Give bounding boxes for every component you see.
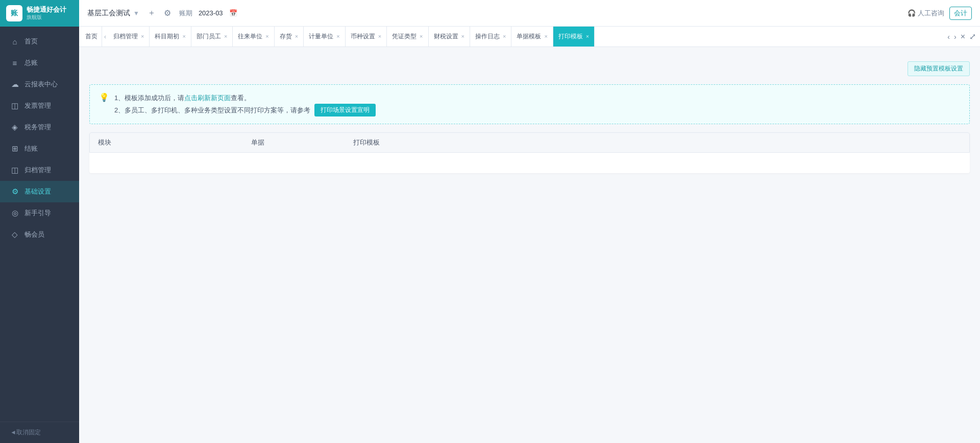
tab-voucher[interactable]: 凭证类型 × [387, 27, 428, 46]
topbar-actions: ＋ ⚙ [145, 6, 173, 20]
tab-tax-label: 财税设置 [434, 32, 458, 41]
reports-icon: ☁ [10, 80, 19, 89]
tab-currency-label: 币种设置 [351, 32, 375, 41]
chevron-down-icon: ▼ [133, 10, 139, 17]
sidebar-label-tax: 税务管理 [24, 123, 51, 132]
sidebar-label-vip: 畅会员 [24, 230, 44, 239]
col-template: 打印模板 [345, 133, 969, 152]
table-body-empty [89, 153, 970, 173]
tab-tax[interactable]: 财税设置 × [429, 27, 470, 46]
tab-oplog[interactable]: 操作日志 × [470, 27, 511, 46]
explain-button[interactable]: 打印场景设置宣明 [314, 104, 376, 116]
tab-dept-close[interactable]: × [224, 34, 227, 39]
tab-voucher-close[interactable]: × [420, 34, 423, 39]
support-button[interactable]: 🎧 人工咨询 [908, 9, 944, 18]
hide-template-button[interactable]: 隐藏预置模板设置 [908, 61, 970, 76]
tab-oplog-close[interactable]: × [503, 34, 506, 39]
settings-button[interactable]: ⚙ [162, 6, 173, 20]
tab-subject[interactable]: 科目期初 × [150, 27, 191, 46]
tab-expand-button[interactable]: ⤢ [967, 32, 978, 41]
notice-line1-suffix: 查看。 [231, 94, 251, 102]
unpin-label: ◄取消固定 [10, 428, 41, 437]
tab-archive-close[interactable]: × [141, 34, 144, 39]
sidebar-item-invoice[interactable]: ◫ 发票管理 [0, 95, 79, 116]
app-title: 畅捷通好会计 [27, 6, 66, 14]
tab-unit[interactable]: 计量单位 × [304, 27, 345, 46]
col-module: 模块 [90, 133, 243, 152]
archive-icon: ◫ [10, 166, 19, 175]
tab-singledoc-close[interactable]: × [544, 34, 547, 39]
support-label: 人工咨询 [918, 9, 944, 18]
close-period-icon: ⊞ [10, 144, 19, 153]
logo-text: 畅捷通好会计 旗舰版 [27, 6, 66, 21]
tab-unit-label: 计量单位 [309, 32, 333, 41]
tab-home-label: 首页 [85, 32, 97, 41]
tab-scroll-right-button[interactable]: › [952, 27, 959, 46]
topbar: 基层工会测试 ▼ ＋ ⚙ 账期 2023-03 📅 🎧 人工咨询 会计 [79, 0, 980, 27]
logo-icon: 账 [6, 5, 22, 21]
notice-line2-prefix: 2、多员工、多打印机、多种业务类型设置不同打印方案等，请参考 [114, 104, 310, 116]
period-value: 2023-03 [199, 9, 223, 17]
sidebar-item-vip[interactable]: ◇ 畅会员 [0, 224, 79, 245]
vip-icon: ◇ [10, 230, 19, 239]
col-doc: 单据 [243, 133, 345, 152]
home-icon: ⌂ [10, 37, 19, 46]
sidebar-item-ledger[interactable]: ≡ 总账 [0, 52, 79, 74]
tab-inventory-label: 存货 [280, 32, 292, 41]
tab-home[interactable]: 首页 [81, 27, 102, 46]
tab-dept-label: 部门员工 [197, 32, 221, 41]
sidebar-label-invoice: 发票管理 [24, 101, 51, 110]
content-area: 隐藏预置模板设置 💡 1、模板添加成功后，请点击刷新新页面查看。 2、多员工、多… [79, 47, 980, 443]
sidebar: 账 畅捷通好会计 旗舰版 ⌂ 首页 ≡ 总账 ☁ 云报表中心 ◫ 发票管理 ◈ … [0, 0, 79, 443]
app-edition: 旗舰版 [27, 14, 66, 21]
sidebar-item-tax[interactable]: ◈ 税务管理 [0, 116, 79, 138]
tab-subject-label: 科目期初 [155, 32, 179, 41]
topbar-right: 🎧 人工咨询 会计 [908, 7, 972, 20]
org-selector[interactable]: 基层工会测试 ▼ [87, 9, 139, 18]
notice-line2: 2、多员工、多打印机、多种业务类型设置不同打印方案等，请参考 打印场景设置宣明 [114, 104, 376, 116]
tab-supplier[interactable]: 往来单位 × [233, 27, 274, 46]
sidebar-item-close[interactable]: ⊞ 结账 [0, 138, 79, 159]
tab-supplier-close[interactable]: × [265, 34, 268, 39]
notice-text: 1、模板添加成功后，请点击刷新新页面查看。 2、多员工、多打印机、多种业务类型设… [114, 92, 376, 116]
sidebar-item-home[interactable]: ⌂ 首页 [0, 31, 79, 52]
tab-singledoc-label: 单据模板 [517, 32, 541, 41]
tab-archive[interactable]: 归档管理 × [108, 27, 150, 46]
sidebar-item-reports[interactable]: ☁ 云报表中心 [0, 74, 79, 95]
sidebar-nav: ⌂ 首页 ≡ 总账 ☁ 云报表中心 ◫ 发票管理 ◈ 税务管理 ⊞ 结账 ◫ 归… [0, 27, 79, 422]
sidebar-item-archive[interactable]: ◫ 归档管理 [0, 159, 79, 181]
tabbar: 首页 ‹ 归档管理 × 科目期初 × 部门员工 × 往来单位 × 存货 × 计量… [79, 27, 980, 47]
tab-printtemplate-close[interactable]: × [586, 34, 589, 39]
tab-tax-close[interactable]: × [461, 34, 464, 39]
sidebar-label-settings: 基础设置 [24, 187, 51, 196]
period-label: 账期 [179, 9, 192, 18]
tab-inventory[interactable]: 存货 × [275, 27, 304, 46]
tab-voucher-label: 凭证类型 [392, 32, 416, 41]
tab-scroll-left-button[interactable]: ‹ [945, 27, 952, 46]
tab-prev-button[interactable]: ‹ [102, 33, 108, 40]
tax-icon: ◈ [10, 123, 19, 132]
unpin-button[interactable]: ◄取消固定 [0, 422, 79, 443]
notice-box: 💡 1、模板添加成功后，请点击刷新新页面查看。 2、多员工、多打印机、多种业务类… [89, 84, 970, 124]
notice-refresh-link[interactable]: 点击刷新新页面 [184, 94, 231, 102]
tab-subject-close[interactable]: × [182, 34, 185, 39]
tab-currency-close[interactable]: × [378, 34, 381, 39]
sidebar-item-guide[interactable]: ◎ 新手引导 [0, 202, 79, 224]
sidebar-label-ledger: 总账 [24, 58, 38, 67]
calendar-icon[interactable]: 📅 [229, 9, 237, 17]
tab-inventory-close[interactable]: × [295, 34, 298, 39]
tab-unit-close[interactable]: × [336, 34, 339, 39]
tab-close-all-button[interactable]: × [959, 32, 967, 41]
tab-oplog-label: 操作日志 [475, 32, 500, 41]
add-tab-button[interactable]: ＋ [145, 6, 158, 20]
sidebar-logo: 账 畅捷通好会计 旗舰版 [0, 0, 79, 27]
sidebar-item-settings[interactable]: ⚙ 基础设置 [0, 181, 79, 202]
sidebar-label-home: 首页 [24, 37, 38, 46]
tab-dept[interactable]: 部门员工 × [191, 27, 233, 46]
tab-printtemplate[interactable]: 打印模板 × [553, 27, 595, 46]
tab-singledoc[interactable]: 单据模板 × [511, 27, 553, 46]
role-badge[interactable]: 会计 [949, 7, 972, 20]
sidebar-label-guide: 新手引导 [24, 208, 51, 218]
tab-currency[interactable]: 币种设置 × [346, 27, 387, 46]
main-area: 基层工会测试 ▼ ＋ ⚙ 账期 2023-03 📅 🎧 人工咨询 会计 首页 ‹… [79, 0, 980, 443]
